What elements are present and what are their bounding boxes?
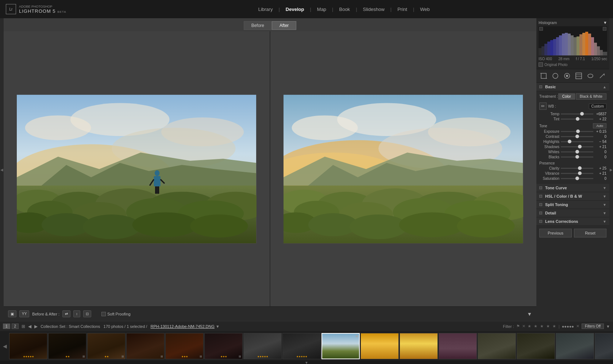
filter-star-4[interactable]: ★ <box>546 324 550 329</box>
thumbnail-1[interactable]: ★★★★★ <box>9 333 47 359</box>
basic-section-toggle[interactable] <box>539 85 542 88</box>
nav-develop[interactable]: Develop <box>280 4 310 14</box>
clarity-slider-thumb[interactable] <box>578 166 582 170</box>
color-treatment-btn[interactable]: Color <box>558 93 575 100</box>
shadows-slider-track[interactable] <box>561 146 593 147</box>
exposure-slider-thumb[interactable] <box>576 129 580 133</box>
hsl-section-header[interactable]: HSL / Color / B & W ▼ <box>536 192 609 201</box>
nav-book[interactable]: Book <box>333 4 356 14</box>
filename-link[interactable]: RPH-130112-Adobe-NM-7452.DNG <box>151 324 215 329</box>
basic-section-header[interactable]: Basic ▲ <box>536 83 609 91</box>
thumbnail-12[interactable] <box>439 333 477 359</box>
filmstrip-grid-btn[interactable]: ⊞ <box>22 324 25 329</box>
highlights-slider-track[interactable] <box>561 141 593 142</box>
filter-star-2[interactable]: ★ <box>534 324 538 329</box>
page-1-counter[interactable]: 1 <box>3 324 10 329</box>
toggle-btn[interactable]: ⊡ <box>83 310 91 317</box>
thumbnail-8[interactable]: ★★★★★ <box>282 333 321 359</box>
blacks-slider-thumb[interactable] <box>575 155 579 159</box>
tint-slider-thumb[interactable] <box>576 117 579 121</box>
original-photo-checkbox[interactable] <box>539 62 543 67</box>
detail-section-header[interactable]: Detail ▼ <box>536 209 609 217</box>
whites-slider-thumb[interactable] <box>575 150 579 154</box>
thumbnail-13[interactable] <box>478 333 516 359</box>
nav-slideshow[interactable]: Slideshow <box>357 4 390 14</box>
thumbnail-5[interactable]: ★★★ ⊞ <box>165 333 204 359</box>
thumbnail-10[interactable] <box>361 333 399 359</box>
tone-auto-btn[interactable]: Auto <box>593 123 606 128</box>
hsl-toggle[interactable] <box>539 195 542 198</box>
vibrance-slider-track[interactable] <box>561 173 593 174</box>
yx-btn[interactable]: YY <box>19 310 29 317</box>
page-2-counter[interactable]: 2 <box>12 324 19 329</box>
blacks-slider-track[interactable] <box>561 156 593 158</box>
bw-treatment-btn[interactable]: Black & White <box>576 93 606 100</box>
tint-slider-track[interactable] <box>561 119 593 120</box>
contrast-slider-track[interactable] <box>561 136 593 137</box>
thumbnail-16[interactable] <box>595 333 613 359</box>
after-tab[interactable]: After <box>272 21 296 30</box>
clarity-slider-track[interactable] <box>561 168 593 169</box>
soft-proofing-checkbox[interactable] <box>101 312 106 316</box>
thumbnail-2[interactable]: ★★ ⊞ <box>48 333 86 359</box>
saturation-slider-track[interactable] <box>561 178 593 179</box>
highlights-slider-thumb[interactable] <box>568 140 571 143</box>
reset-button[interactable]: Reset <box>574 229 606 237</box>
nav-web[interactable]: Web <box>414 4 436 14</box>
filter-star-1[interactable]: ★ <box>528 324 532 329</box>
exposure-slider-track[interactable] <box>561 131 593 132</box>
filter-color-x[interactable]: ✕ <box>576 324 579 329</box>
filters-dropdown-arrow[interactable]: ▼ <box>606 324 610 329</box>
tone-curve-toggle[interactable] <box>539 186 542 189</box>
shadows-slider-thumb[interactable] <box>578 145 582 148</box>
graduated-filter-icon[interactable] <box>574 71 583 80</box>
wb-eyedropper-tool[interactable]: ✏ <box>539 102 547 110</box>
filter-flag-icon[interactable]: ⚑ <box>516 324 520 329</box>
wb-value-dropdown[interactable]: Custom <box>589 104 606 109</box>
temp-slider-track[interactable] <box>561 113 593 115</box>
flip-btn[interactable]: ↕ <box>73 310 80 317</box>
split-toning-toggle[interactable] <box>539 203 542 206</box>
radial-filter-icon[interactable] <box>586 71 595 80</box>
nav-print[interactable]: Print <box>392 4 413 14</box>
previous-button[interactable]: Previous <box>539 229 572 237</box>
filmstrip-prev-btn[interactable]: ◀ <box>28 324 31 329</box>
filmstrip-scroll-left[interactable]: ◀ <box>1 343 8 349</box>
lens-corrections-section-header[interactable]: Lens Corrections ▼ <box>536 217 609 226</box>
thumbnail-11[interactable] <box>400 333 438 359</box>
before-tab[interactable]: Before <box>244 21 272 30</box>
filter-x-icon[interactable]: ✕ <box>522 324 525 329</box>
spot-removal-icon[interactable] <box>551 71 560 80</box>
hist-shadow-clipping-btn[interactable] <box>539 27 543 31</box>
lens-corrections-toggle[interactable] <box>539 220 542 223</box>
thumbnail-7[interactable]: ★★★★★ <box>243 333 282 359</box>
thumbnail-6[interactable]: ★★★ ⊞ <box>204 333 243 359</box>
tone-curve-section-header[interactable]: Tone Curve ▼ <box>536 184 609 192</box>
thumbnail-9-selected[interactable]: ▣ <box>321 333 360 359</box>
filter-star-3[interactable]: ★ <box>540 324 544 329</box>
filter-color-dots[interactable]: ●●●●● <box>562 324 574 329</box>
histogram-dropdown-arrow[interactable]: ▼ <box>603 20 607 25</box>
split-toning-section-header[interactable]: Split Toning ▼ <box>536 201 609 209</box>
detail-toggle[interactable] <box>539 212 542 214</box>
vibrance-slider-thumb[interactable] <box>578 171 582 175</box>
redeye-icon[interactable] <box>563 71 571 80</box>
right-panel-toggle[interactable]: ▶ <box>609 18 613 321</box>
thumbnail-3[interactable]: ★★ ⊞ <box>87 333 126 359</box>
nav-library[interactable]: Library <box>252 4 279 14</box>
adjustment-brush-icon[interactable] <box>598 71 606 80</box>
left-panel-toggle[interactable]: ◀ <box>0 18 4 321</box>
thumbnail-15[interactable] <box>556 333 594 359</box>
swap-btn[interactable]: ⇄ <box>62 310 70 317</box>
filter-star-5[interactable]: ★ <box>552 324 556 329</box>
saturation-slider-thumb[interactable] <box>575 177 579 180</box>
filmstrip-next-btn[interactable]: ▶ <box>34 324 38 329</box>
whites-slider-track[interactable] <box>561 151 593 152</box>
temp-slider-thumb[interactable] <box>580 112 584 116</box>
filters-off-btn[interactable]: Filters Off <box>582 324 604 329</box>
crop-tool-icon[interactable] <box>539 71 548 80</box>
thumbnail-14[interactable] <box>517 333 555 359</box>
hist-highlight-clipping-btn[interactable] <box>603 27 606 31</box>
filename-dropdown-arrow[interactable]: ▼ <box>216 324 220 329</box>
thumbnail-4[interactable]: ⊞ <box>126 333 165 359</box>
